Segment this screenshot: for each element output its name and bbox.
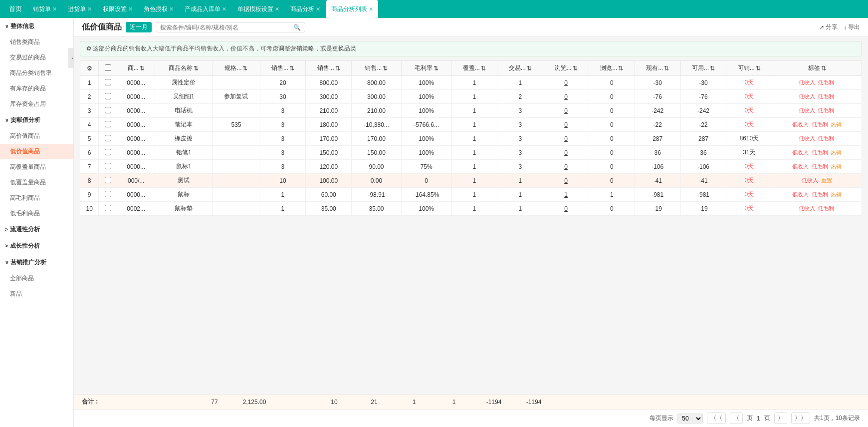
next-page-button[interactable]: 〉: [774, 413, 787, 424]
sidebar-item-stock-capital[interactable]: 库存资金占用: [0, 96, 73, 112]
cell-checkbox[interactable]: [99, 146, 117, 160]
sidebar-item-high-coverage[interactable]: 高覆盖量商品: [0, 159, 73, 175]
sidebar-section-contribution[interactable]: ∨ 贡献值分析: [0, 112, 73, 128]
cell-view1[interactable]: 0: [543, 90, 589, 104]
col-name[interactable]: 商品名称⇅: [155, 61, 213, 76]
cell-view1[interactable]: 0: [543, 174, 589, 188]
cell-checkbox[interactable]: [99, 174, 117, 188]
row-checkbox[interactable]: [105, 135, 111, 141]
row-checkbox[interactable]: [105, 163, 111, 169]
sidebar-item-category-rate[interactable]: 商品分类销售率: [0, 65, 73, 81]
sidebar-section-liquidity[interactable]: > 流通性分析: [0, 221, 73, 238]
col-code[interactable]: 商...⇅: [117, 61, 155, 76]
nav-close-purchase[interactable]: ✕: [87, 6, 92, 12]
nav-roles[interactable]: 角色授权✕: [139, 0, 179, 18]
row-checkbox[interactable]: [105, 107, 111, 113]
view1-link[interactable]: 0: [564, 79, 568, 86]
row-checkbox[interactable]: [105, 205, 111, 211]
row-checkbox[interactable]: [105, 149, 111, 155]
sidebar-section-marketing[interactable]: ∨ 营销推广分析: [0, 254, 73, 271]
sidebar-item-low-coverage[interactable]: 低覆盖量商品: [0, 175, 73, 190]
view1-link[interactable]: 0: [564, 121, 568, 128]
col-checkbox[interactable]: [99, 61, 117, 76]
row-checkbox[interactable]: [105, 177, 111, 183]
search-input[interactable]: [160, 24, 293, 31]
col-view1[interactable]: 浏览...⇅: [543, 61, 589, 76]
nav-goods-analysis-list[interactable]: 商品分析列表✕: [326, 0, 378, 18]
cell-checkbox[interactable]: [99, 76, 117, 90]
cell-view1[interactable]: 0: [543, 104, 589, 118]
row-checkbox[interactable]: [105, 93, 111, 99]
col-tags[interactable]: 标签⇅: [772, 61, 862, 76]
col-settings[interactable]: ⚙: [80, 61, 99, 76]
nav-permissions[interactable]: 权限设置✕: [98, 0, 138, 18]
nav-close-roles[interactable]: ✕: [169, 6, 174, 12]
prev-page-button[interactable]: 〈: [730, 413, 743, 424]
view1-link[interactable]: 0: [564, 163, 568, 170]
nav-sales[interactable]: 销货单✕: [28, 0, 62, 18]
view1-link[interactable]: 1: [564, 191, 568, 198]
col-saleable[interactable]: 可销...⇅: [726, 61, 772, 76]
view1-link[interactable]: 0: [564, 93, 568, 100]
nav-home[interactable]: 首页: [4, 0, 27, 18]
sidebar-collapse-button[interactable]: «: [68, 48, 74, 68]
nav-close-production[interactable]: ✕: [222, 6, 226, 12]
col-qty[interactable]: 销售...⇅: [260, 61, 306, 76]
sidebar-item-traded-goods[interactable]: 交易过的商品: [0, 50, 73, 65]
view1-link[interactable]: 0: [564, 135, 568, 142]
col-view2[interactable]: 浏览...⇅: [589, 61, 635, 76]
nav-goods-analysis[interactable]: 商品分析✕: [285, 0, 325, 18]
col-price[interactable]: 销售...⇅: [306, 61, 352, 76]
cell-view1[interactable]: 0: [543, 76, 589, 90]
first-page-button[interactable]: 〈〈: [707, 413, 726, 424]
nav-close-goods-analysis-list[interactable]: ✕: [369, 6, 373, 12]
cell-checkbox[interactable]: [99, 118, 117, 132]
cell-checkbox[interactable]: [99, 160, 117, 174]
per-page-select[interactable]: 50 100 200: [677, 414, 703, 424]
sidebar-item-stock-goods[interactable]: 有库存的商品: [0, 81, 73, 96]
view1-link[interactable]: 0: [564, 177, 568, 184]
col-spec[interactable]: 规格...⇅: [213, 61, 260, 76]
row-checkbox[interactable]: [105, 121, 111, 127]
sidebar-section-general[interactable]: ∨ 整体信息: [0, 18, 73, 34]
sidebar-item-low-value[interactable]: 低价值商品: [0, 144, 73, 159]
col-stock[interactable]: 现有...⇅: [635, 61, 680, 76]
export-button[interactable]: ↓ 导出: [844, 23, 860, 31]
cell-checkbox[interactable]: [99, 188, 117, 202]
cell-checkbox[interactable]: [99, 90, 117, 104]
cell-view1[interactable]: 0: [543, 132, 589, 146]
cell-view1[interactable]: 0: [543, 118, 589, 132]
nav-production[interactable]: 产成品入库单✕: [180, 0, 231, 18]
nav-close-permissions[interactable]: ✕: [128, 6, 133, 12]
cell-view1[interactable]: 0: [543, 160, 589, 174]
col-trade[interactable]: 交易...⇅: [497, 61, 543, 76]
col-margin[interactable]: 毛利率⇅: [401, 61, 451, 76]
period-button[interactable]: 近一月: [126, 22, 152, 32]
view1-link[interactable]: 0: [564, 205, 568, 212]
sidebar-item-high-value[interactable]: 高价值商品: [0, 128, 73, 144]
col-amount[interactable]: 销售...⇅: [352, 61, 402, 76]
cell-checkbox[interactable]: [99, 202, 117, 216]
sidebar-item-all-goods[interactable]: 全部商品: [0, 271, 73, 286]
last-page-button[interactable]: 〉〉: [791, 413, 810, 424]
cell-view1[interactable]: 0: [543, 202, 589, 216]
sidebar-item-high-margin[interactable]: 高毛利商品: [0, 190, 73, 206]
col-coverage[interactable]: 覆盖...⇅: [451, 61, 497, 76]
cell-view1[interactable]: 0: [543, 146, 589, 160]
select-all-checkbox[interactable]: [105, 64, 111, 71]
cell-view1[interactable]: 1: [543, 188, 589, 202]
view1-link[interactable]: 0: [564, 149, 568, 156]
sidebar-item-sales-goods[interactable]: 销售类商品: [0, 34, 73, 50]
nav-templates[interactable]: 单据模板设置✕: [232, 0, 284, 18]
sidebar-item-new-goods[interactable]: 新品: [0, 286, 73, 302]
col-available[interactable]: 可用...⇅: [680, 61, 726, 76]
view1-link[interactable]: 0: [564, 107, 568, 114]
cell-checkbox[interactable]: [99, 104, 117, 118]
sidebar-item-low-margin[interactable]: 低毛利商品: [0, 206, 73, 221]
row-checkbox[interactable]: [105, 79, 111, 85]
nav-close-templates[interactable]: ✕: [275, 6, 279, 12]
nav-close-sales[interactable]: ✕: [52, 6, 57, 12]
row-checkbox[interactable]: [105, 191, 111, 197]
nav-purchase[interactable]: 进货单✕: [63, 0, 97, 18]
cell-checkbox[interactable]: [99, 132, 117, 146]
